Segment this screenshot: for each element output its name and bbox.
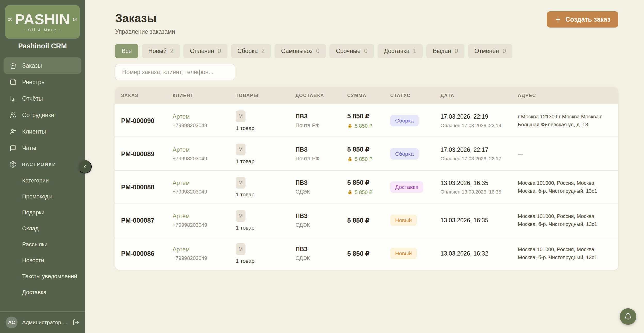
client-cell: Артем +79998203049 — [173, 213, 236, 228]
filter-chip[interactable]: Оплачен 0 — [183, 44, 227, 58]
client-cell: Артем +79998203049 — [173, 113, 236, 128]
sidebar-item-registries[interactable]: Реестры — [4, 74, 81, 90]
avatar[interactable]: АС — [6, 317, 18, 328]
delivery-type: ПВЗ — [295, 179, 347, 186]
client-cell: Артем +79998203049 — [173, 180, 236, 195]
order-address: Москва 101000, Россия, Москва, Москва, б… — [518, 246, 612, 261]
client-cell: Артем +79998203049 — [173, 146, 236, 162]
filter-chip[interactable]: Сборка 2 — [231, 44, 271, 58]
sidebar-item-chats[interactable]: Чаты — [4, 140, 81, 156]
chevron-left-icon — [82, 164, 88, 170]
filter-chip[interactable]: Самовывоз 0 — [275, 44, 326, 58]
table-header-row: ЗАКАЗ КЛИЕНТ ТОВАРЫ ДОСТАВКА СУММА СТАТУ… — [115, 87, 618, 104]
crm-app: { "colors": { "sidebar_bg": "#57624b", "… — [0, 0, 644, 333]
table-row[interactable]: PM-000088 Артем +79998203049 M 1 товар П… — [115, 170, 618, 204]
filter-chip[interactable]: Выдан 0 — [426, 44, 464, 58]
settings-submenu: Категории Промокоды Подарки Склад Рассыл… — [4, 173, 81, 300]
paid-sum-line: 5 850 ₽ — [347, 189, 390, 195]
order-sum: 5 850 ₽ — [347, 112, 390, 120]
order-sum: 5 850 ₽ — [347, 179, 390, 186]
sidebar-item-orders[interactable]: Заказы — [4, 57, 81, 74]
filter-chip-label: Оплачен — [190, 48, 214, 55]
logout-button[interactable] — [72, 319, 79, 326]
bar-chart-icon — [9, 95, 17, 102]
settings-submenu-item[interactable]: Подарки — [4, 205, 81, 221]
column-header-date: ДАТА — [440, 93, 518, 98]
order-address: г Москва 121309 г Москва Москва г Больша… — [518, 113, 612, 129]
filter-chip[interactable]: Новый 2 — [142, 44, 180, 58]
sum-cell: 5 850 ₽ 5 850 ₽ — [347, 112, 390, 129]
sidebar-menu: Заказы Реестры Отчёты Сотрудники Клиенты… — [4, 57, 81, 300]
settings-submenu-item[interactable]: Промокоды — [4, 189, 81, 205]
paid-sum: 5 850 ₽ — [355, 123, 372, 129]
table-row[interactable]: PM-000089 Артем +79998203049 M 1 товар П… — [115, 137, 618, 170]
status-badge: Доставка — [390, 181, 423, 193]
money-bag-icon — [347, 123, 353, 129]
order-date: 17.03.2026, 22:19 — [440, 113, 518, 120]
submenu-item-label: Новости — [22, 257, 44, 264]
table-row[interactable]: PM-000086 Артем +79998203049 M 1 товар П… — [115, 237, 618, 270]
filter-chip[interactable]: Доставка 1 — [378, 44, 423, 58]
sidebar-collapse-button[interactable] — [78, 160, 92, 173]
settings-submenu-item[interactable]: Тексты уведомлений — [4, 268, 81, 284]
sidebar-item-label: Заказы — [22, 62, 42, 69]
settings-submenu-item[interactable]: Склад — [4, 221, 81, 236]
sidebar-section-settings[interactable]: НАСТРОЙКИ — [4, 156, 81, 173]
settings-submenu-item[interactable]: Категории — [4, 173, 81, 189]
user-plus-icon — [9, 128, 17, 135]
page-subtitle: Управление заказами — [115, 28, 618, 35]
create-order-button[interactable]: Создать заказ — [547, 11, 618, 28]
order-address: Москва 101000, Россия, Москва, Москва, б… — [518, 212, 612, 228]
shopping-bag-icon — [9, 62, 17, 69]
table-row[interactable]: PM-000090 Артем +79998203049 M 1 товар П… — [115, 104, 618, 137]
status-badge: Новый — [390, 215, 417, 226]
app-name: Pashinoil CRM — [0, 42, 85, 50]
delivery-cell: ПВЗ СДЭК — [295, 246, 347, 261]
calendar-icon — [9, 78, 17, 86]
client-name: Артем — [173, 146, 236, 153]
filter-chip-count: 2 — [261, 48, 265, 55]
notifications-fab[interactable] — [620, 308, 636, 325]
settings-submenu-item[interactable]: Новости — [4, 252, 81, 268]
items-cell: M 1 товар — [236, 177, 295, 198]
items-cell: M 1 товар — [236, 210, 295, 231]
gear-icon — [9, 161, 16, 168]
client-phone: +79998203049 — [173, 222, 236, 228]
order-date: 13.03.2026, 16:32 — [440, 250, 518, 257]
settings-submenu-item[interactable]: Рассылки — [4, 236, 81, 252]
paid-sum: 5 850 ₽ — [355, 156, 372, 162]
sidebar-item-label: Клиенты — [22, 128, 46, 135]
table-row[interactable]: PM-000087 Артем +79998203049 M 1 товар П… — [115, 204, 618, 237]
bell-icon — [624, 312, 632, 321]
size-badge: M — [236, 144, 245, 155]
delivery-type: ПВЗ — [295, 246, 347, 253]
filter-chip-label: Новый — [148, 48, 167, 55]
delivery-cell: ПВЗ СДЭК — [295, 179, 347, 195]
column-header-status: СТАТУС — [390, 93, 440, 98]
status-badge: Сборка — [390, 115, 419, 126]
users-icon — [9, 111, 17, 119]
filter-chip-count: 0 — [503, 48, 506, 55]
filter-chip-label: Отменён — [474, 48, 499, 55]
sidebar-item-reports[interactable]: Отчёты — [4, 90, 81, 107]
date-cell: 13.03.2026, 16:35 Оплачен 13.03.2026, 16… — [440, 180, 518, 195]
sidebar-item-employees[interactable]: Сотрудники — [4, 107, 81, 123]
paid-date: Оплачен 17.03.2026, 22:19 — [440, 123, 518, 128]
order-id: PM-000088 — [121, 183, 173, 191]
items-cell: M 1 товар — [236, 243, 295, 264]
settings-submenu-item[interactable]: Доставка — [4, 284, 81, 300]
user-footer: АС Администратор ... — [0, 311, 85, 333]
search-input[interactable] — [115, 64, 235, 80]
filter-chip[interactable]: Все — [115, 44, 138, 58]
order-date: 13.03.2026, 16:35 — [440, 180, 518, 187]
client-phone: +79998203049 — [173, 156, 236, 162]
filter-chip[interactable]: Срочные 0 — [329, 44, 374, 58]
order-sum: 5 850 ₽ — [347, 250, 390, 257]
sidebar-item-clients[interactable]: Клиенты — [4, 123, 81, 140]
user-name: Администратор ... — [22, 319, 68, 326]
date-cell: 17.03.2026, 22:17 Оплачен 17.03.2026, 22… — [440, 146, 518, 162]
filter-chip[interactable]: Отменён 0 — [468, 44, 512, 58]
submenu-item-label: Склад — [22, 225, 39, 232]
date-cell: 13.03.2026, 16:32 — [440, 250, 518, 257]
delivery-carrier: СДЭК — [295, 222, 347, 228]
